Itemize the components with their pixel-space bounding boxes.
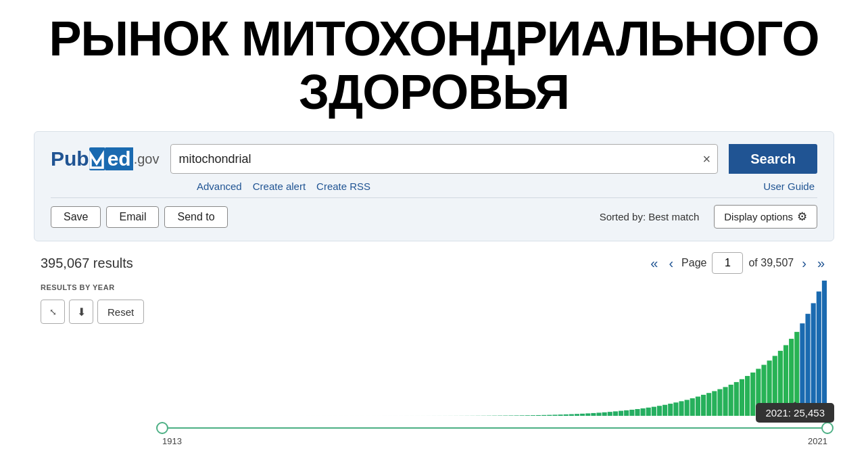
- pubmed-panel: Pub ed .gov × Search Advanced Create ale…: [34, 131, 834, 241]
- svg-rect-89: [646, 408, 651, 416]
- svg-rect-80: [596, 413, 601, 416]
- user-guide-link[interactable]: User Guide: [763, 181, 815, 192]
- svg-rect-95: [679, 402, 683, 416]
- svg-rect-120: [817, 292, 821, 416]
- save-button[interactable]: Save: [51, 206, 101, 228]
- svg-rect-105: [734, 382, 739, 416]
- svg-rect-73: [558, 415, 563, 416]
- slider-handle-right[interactable]: [821, 422, 834, 434]
- year-labels: 1913 2021: [162, 436, 827, 446]
- search-links-left: Advanced Create alert Create RSS: [197, 181, 370, 192]
- create-alert-link[interactable]: Create alert: [253, 181, 306, 192]
- svg-rect-102: [717, 389, 722, 416]
- year-tooltip: 2021: 25,453: [756, 403, 834, 423]
- svg-rect-76: [575, 414, 579, 416]
- logo-gov: .gov: [134, 151, 160, 167]
- chart-sidebar: RESULTS BY YEAR ⤡ ⬇ Reset: [41, 281, 149, 429]
- slider-handle-left[interactable]: [156, 422, 168, 434]
- svg-marker-0: [91, 154, 103, 168]
- svg-rect-91: [657, 406, 662, 416]
- page-title: РЫНОК МИТОХОНДРИАЛЬНОГО ЗДОРОВЬЯ: [41, 12, 827, 119]
- email-button[interactable]: Email: [106, 206, 159, 228]
- svg-rect-117: [800, 324, 804, 416]
- pagination: « ‹ Page of 39,507 › »: [648, 252, 827, 274]
- svg-rect-100: [706, 394, 711, 416]
- logo-med: ed: [105, 147, 133, 170]
- svg-rect-92: [662, 405, 667, 416]
- search-links-row: Advanced Create alert Create RSS User Gu…: [51, 181, 817, 192]
- slider-track: [162, 427, 827, 429]
- collapse-button[interactable]: ⤡: [41, 300, 65, 324]
- svg-rect-65: [514, 416, 519, 416]
- create-rss-link[interactable]: Create RSS: [316, 181, 370, 192]
- title-section: РЫНОК МИТОХОНДРИАЛЬНОГО ЗДОРОВЬЯ: [0, 0, 868, 131]
- action-bar: Save Email Send to Sorted by: Best match…: [51, 197, 817, 231]
- results-chart-area: 395,067 results « ‹ Page of 39,507 › » R…: [34, 241, 834, 429]
- svg-rect-101: [712, 391, 717, 416]
- svg-rect-69: [536, 415, 541, 416]
- search-bar[interactable]: ×: [170, 144, 719, 174]
- svg-rect-82: [608, 412, 612, 416]
- chart-controls: ⤡ ⬇ Reset: [41, 300, 149, 324]
- svg-rect-68: [531, 415, 535, 416]
- svg-rect-107: [745, 376, 750, 416]
- svg-rect-94: [673, 403, 678, 416]
- svg-rect-64: [508, 416, 513, 416]
- search-button[interactable]: Search: [729, 144, 817, 174]
- chart-container: 2021: 25,453 1913 2021: [162, 281, 827, 429]
- page-input[interactable]: [712, 252, 743, 274]
- svg-rect-103: [723, 387, 727, 416]
- svg-rect-86: [629, 410, 634, 416]
- last-page-button[interactable]: »: [815, 254, 827, 272]
- search-clear-button[interactable]: ×: [696, 151, 718, 167]
- gear-icon: ⚙: [797, 210, 807, 224]
- start-year-label: 1913: [162, 436, 182, 446]
- download-button[interactable]: ⬇: [69, 300, 93, 324]
- year-slider[interactable]: 2021: 25,453: [162, 421, 827, 435]
- svg-rect-104: [729, 385, 733, 416]
- search-input[interactable]: [171, 152, 696, 166]
- pubmed-header: Pub ed .gov × Search: [51, 144, 817, 174]
- svg-rect-83: [613, 412, 618, 416]
- advanced-link[interactable]: Advanced: [197, 181, 242, 192]
- first-page-button[interactable]: «: [648, 254, 660, 272]
- svg-rect-121: [822, 281, 827, 416]
- svg-rect-84: [619, 411, 623, 416]
- svg-rect-79: [591, 413, 596, 416]
- download-icon: ⬇: [77, 306, 86, 318]
- action-buttons: Save Email Send to: [51, 206, 228, 228]
- send-to-button[interactable]: Send to: [164, 206, 227, 228]
- display-options-button[interactable]: Display options ⚙: [714, 205, 817, 229]
- results-header: 395,067 results « ‹ Page of 39,507 › »: [34, 252, 834, 274]
- next-page-button[interactable]: ›: [799, 254, 809, 272]
- svg-rect-66: [520, 416, 525, 416]
- svg-rect-118: [805, 314, 810, 416]
- display-options-label: Display options: [724, 211, 793, 222]
- svg-rect-96: [685, 400, 690, 416]
- chart-section: RESULTS BY YEAR ⤡ ⬇ Reset 2021: 25,453: [34, 281, 834, 429]
- logo-pub: Pub: [51, 147, 89, 170]
- svg-rect-71: [547, 415, 552, 416]
- svg-rect-87: [635, 409, 640, 416]
- sort-label: Sorted by: Best match: [600, 211, 700, 222]
- collapse-icon: ⤡: [49, 307, 57, 317]
- svg-rect-77: [580, 414, 585, 416]
- page-label: Page: [681, 257, 706, 269]
- svg-rect-74: [564, 414, 569, 416]
- svg-rect-93: [668, 404, 673, 416]
- svg-rect-78: [585, 414, 590, 416]
- pubmed-logo: Pub ed .gov: [51, 147, 160, 170]
- results-by-year-chart[interactable]: [162, 281, 827, 416]
- svg-rect-97: [690, 398, 695, 416]
- logo-m: [89, 147, 105, 170]
- svg-rect-90: [652, 407, 656, 416]
- svg-rect-119: [811, 304, 816, 416]
- svg-rect-108: [750, 373, 755, 416]
- svg-rect-67: [525, 416, 530, 416]
- svg-rect-98: [696, 397, 700, 416]
- prev-page-button[interactable]: ‹: [666, 254, 676, 272]
- svg-rect-99: [701, 395, 706, 416]
- svg-rect-75: [569, 414, 574, 416]
- svg-rect-81: [602, 412, 607, 416]
- reset-button[interactable]: Reset: [97, 300, 144, 324]
